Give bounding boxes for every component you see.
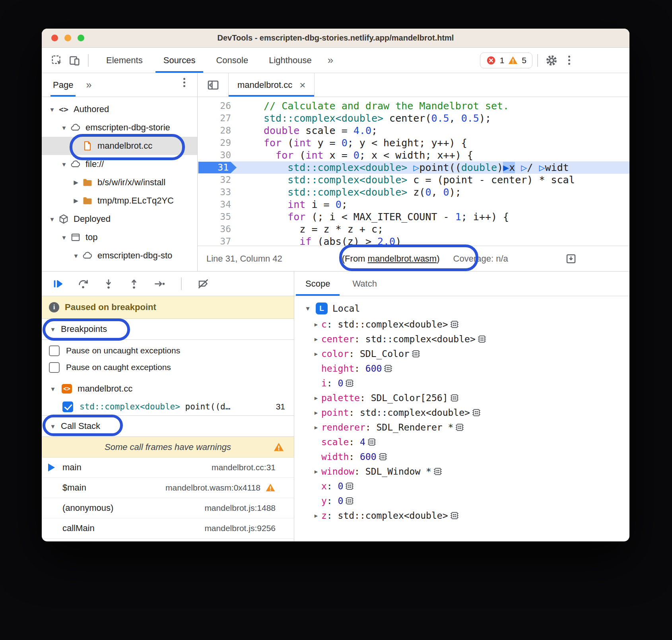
memory-inspector-icon[interactable] <box>433 467 443 476</box>
caret-down-icon[interactable]: ▼ <box>47 423 58 430</box>
memory-inspector-icon[interactable] <box>367 437 377 447</box>
tree-item-authored[interactable]: ▼<>Authored <box>42 100 197 118</box>
pause-uncaught-checkbox[interactable] <box>49 345 60 356</box>
tab-elements[interactable]: Elements <box>96 48 153 73</box>
memory-inspector-icon[interactable] <box>450 320 459 329</box>
scope-variable-y[interactable]: y: 0 <box>294 493 629 508</box>
issues-badge[interactable]: 1 5 <box>480 52 532 68</box>
scope-variable-width[interactable]: width: 600 <box>294 449 629 464</box>
expand-icon[interactable]: ▶ <box>311 409 321 416</box>
scope-variable-color[interactable]: ▶color: SDL_Color <box>294 346 629 361</box>
line-number-31[interactable]: 31 <box>198 161 241 174</box>
tree-item-emscripten-dbg-storie[interactable]: ▼emscripten-dbg-storie <box>42 118 197 137</box>
call-stack-frame-$main[interactable]: $mainmandelbrot.wasm:0x4118 <box>42 478 294 498</box>
step-over-icon[interactable] <box>74 275 92 293</box>
kebab-menu-icon[interactable] <box>560 52 578 69</box>
expand-icon[interactable]: ▶ <box>311 512 321 519</box>
expand-icon[interactable]: ▶ <box>311 424 321 431</box>
memory-inspector-icon[interactable] <box>345 496 354 506</box>
caret-down-icon[interactable]: ▼ <box>47 386 58 392</box>
caret-down-icon[interactable]: ▼ <box>302 305 313 312</box>
caret-down-icon[interactable]: ▼ <box>58 124 70 131</box>
memory-inspector-icon[interactable] <box>450 511 459 520</box>
navigator-tab-page[interactable]: Page <box>50 73 76 97</box>
caret-down-icon[interactable]: ▼ <box>70 252 82 259</box>
line-number-37[interactable]: 37 <box>198 235 241 246</box>
tree-item-emscripten-dbg-sto[interactable]: ▼emscripten-dbg-sto <box>42 246 197 265</box>
scope-variable-c[interactable]: ▶c: std::complex<double> <box>294 317 629 332</box>
memory-inspector-icon[interactable] <box>455 423 464 432</box>
scope-variable-renderer[interactable]: ▶renderer: SDL_Renderer * <box>294 420 629 434</box>
inspect-element-icon[interactable] <box>48 52 66 69</box>
resume-script-icon[interactable] <box>49 275 66 293</box>
memory-inspector-icon[interactable] <box>378 452 388 462</box>
code-editor[interactable]: 2526// Calculate and draw the Mandelbrot… <box>198 97 629 246</box>
editor-tab-mandelbrot-cc[interactable]: mandelbrot.cc × <box>229 73 315 97</box>
scope-variable-x[interactable]: x: 0 <box>294 479 629 493</box>
caret-down-icon[interactable]: ▼ <box>47 326 58 333</box>
tree-item-b-s-w-ir-x-w-install[interactable]: ▶b/s/w/ir/x/w/install <box>42 173 197 192</box>
breakpoints-section-header[interactable]: ▼ Breakpoints <box>42 318 294 340</box>
tab-lighthouse[interactable]: Lighthouse <box>258 48 322 73</box>
tree-item-deployed[interactable]: ▼Deployed <box>42 210 197 228</box>
scope-variable-z[interactable]: ▶z: std::complex<double> <box>294 508 629 523</box>
call-stack-section-header[interactable]: ▼ Call Stack <box>42 415 294 437</box>
pause-caught-row[interactable]: Pause on caught exceptions <box>42 359 294 376</box>
show-drawer-icon[interactable] <box>565 253 577 265</box>
breakpoint-entry[interactable]: std::complex<double> point((d… 31 <box>42 398 294 415</box>
tab-watch[interactable]: Watch <box>341 272 388 296</box>
navigator-more-tabs-icon[interactable]: » <box>86 79 91 91</box>
line-number-26[interactable]: 26 <box>198 100 241 112</box>
caret-right-icon[interactable]: ▶ <box>70 197 82 204</box>
caret-down-icon[interactable]: ▼ <box>47 216 58 223</box>
wasm-file-link[interactable]: mandelbrot.wasm <box>368 254 437 264</box>
step-into-icon[interactable] <box>100 275 117 293</box>
caret-right-icon[interactable]: ▶ <box>70 179 82 186</box>
device-toolbar-icon[interactable] <box>66 52 83 69</box>
more-panels-icon[interactable]: » <box>322 48 339 73</box>
pause-caught-checkbox[interactable] <box>49 362 60 373</box>
expand-icon[interactable]: ▶ <box>311 321 321 328</box>
tree-item-tmp-tmp.elctq2yc[interactable]: ▶tmp/tmp.ELcTq2YC <box>42 192 197 210</box>
tab-sources[interactable]: Sources <box>153 48 206 73</box>
line-number-28[interactable]: 28 <box>198 124 241 137</box>
caret-down-icon[interactable]: ▼ <box>58 161 70 168</box>
tab-console[interactable]: Console <box>206 48 258 73</box>
line-number-32[interactable]: 32 <box>198 174 241 186</box>
scope-local-section[interactable]: ▼ L Local <box>294 300 629 317</box>
scope-variable-scale[interactable]: scale: 4 <box>294 434 629 449</box>
expand-icon[interactable]: ▶ <box>311 395 321 401</box>
memory-inspector-icon[interactable] <box>383 364 393 373</box>
memory-inspector-icon[interactable] <box>450 393 459 403</box>
scope-variable-i[interactable]: i: 0 <box>294 376 629 390</box>
scope-variable-center[interactable]: ▶center: std::complex<double> <box>294 332 629 346</box>
step-out-icon[interactable] <box>125 275 143 293</box>
expand-icon[interactable]: ▶ <box>311 336 321 342</box>
memory-inspector-icon[interactable] <box>345 481 354 491</box>
tree-item-mandelbrot.cc[interactable]: mandelbrot.cc <box>42 137 197 155</box>
line-number-33[interactable]: 33 <box>198 186 241 198</box>
settings-gear-icon[interactable] <box>543 52 560 69</box>
memory-inspector-icon[interactable] <box>477 334 487 344</box>
scope-variable-height[interactable]: height: 600 <box>294 361 629 376</box>
memory-inspector-icon[interactable] <box>472 408 481 417</box>
line-number-25[interactable]: 25 <box>198 97 241 100</box>
tree-item-file-[interactable]: ▼file:// <box>42 155 197 173</box>
memory-inspector-icon[interactable] <box>411 349 421 359</box>
pause-uncaught-row[interactable]: Pause on uncaught exceptions <box>42 342 294 359</box>
deactivate-breakpoints-icon[interactable] <box>194 275 212 293</box>
expand-icon[interactable]: ▶ <box>311 351 321 357</box>
line-number-29[interactable]: 29 <box>198 137 241 149</box>
expand-icon[interactable]: ▶ <box>311 468 321 475</box>
call-stack-frame-callMain[interactable]: callMainmandelbrot.js:9256 <box>42 518 294 539</box>
call-stack-frame-main[interactable]: mainmandelbrot.cc:31 <box>42 458 294 478</box>
close-window-button[interactable] <box>51 35 58 41</box>
step-icon[interactable] <box>151 275 168 293</box>
close-tab-icon[interactable]: × <box>299 80 305 90</box>
call-stack-frame-anonymous[interactable]: (anonymous)mandelbrot.js:1488 <box>42 498 294 518</box>
scope-variable-window[interactable]: ▶window: SDL_Window * <box>294 464 629 479</box>
tree-item-top[interactable]: ▼top <box>42 228 197 246</box>
caret-down-icon[interactable]: ▼ <box>47 106 58 113</box>
memory-inspector-icon[interactable] <box>345 378 354 388</box>
toggle-navigator-icon[interactable] <box>198 73 229 97</box>
